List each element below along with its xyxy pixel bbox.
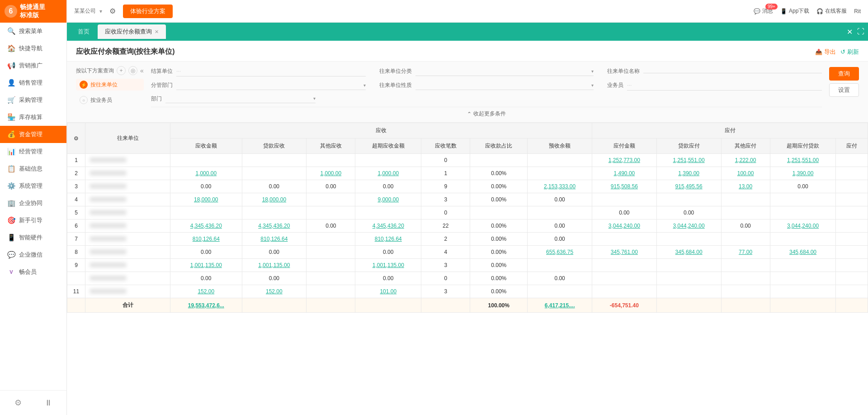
- sidebar-collapse-btn[interactable]: ⏸: [35, 395, 62, 410]
- row-overdue_ar[interactable]: 101.00: [355, 285, 421, 298]
- tab-expand-icon[interactable]: ⛶: [857, 28, 864, 36]
- app-download-button[interactable]: 📱 App下载: [780, 7, 809, 15]
- salesperson-input[interactable]: ···: [627, 80, 822, 91]
- filter-target-button[interactable]: ◎: [128, 66, 137, 75]
- row-overdue_ap[interactable]: 1,390.00: [770, 167, 836, 180]
- sidebar-item-base-info[interactable]: 📋 基础信息: [0, 160, 66, 177]
- partner-name-input[interactable]: [643, 69, 822, 73]
- tab-close-icon[interactable]: ✕: [155, 29, 159, 35]
- row-advance_bal[interactable]: 655,636.75: [528, 246, 592, 259]
- row-loan_ar[interactable]: 152.00: [242, 285, 307, 298]
- partner-nature-select[interactable]: ▾: [415, 81, 594, 90]
- table-body: 1XXXXXXXXXX01,252,773.001,251,551.001,22…: [67, 154, 868, 298]
- row-ap_amount[interactable]: 345,761.00: [592, 246, 657, 259]
- filter-add-button[interactable]: +: [117, 66, 126, 75]
- sidebar-item-marketing[interactable]: 📢 营销推广: [0, 57, 66, 74]
- header-gear-icon[interactable]: ⚙: [109, 7, 116, 15]
- dept-head-select[interactable]: ▾: [176, 81, 366, 90]
- sidebar-item-guide[interactable]: 🎯 新手引导: [0, 212, 66, 229]
- row-other_ap[interactable]: 13.00: [721, 180, 770, 193]
- row-overdue_ar[interactable]: 1,000.00: [355, 167, 421, 180]
- row-partner: XXXXXXXXXX: [85, 233, 170, 246]
- row-loan_ar[interactable]: 1,001,135.00: [242, 259, 307, 272]
- row-ar_amount[interactable]: 810,126.64: [170, 233, 242, 246]
- th-ar-count: 应收笔数: [421, 138, 470, 154]
- settings-button[interactable]: 设置: [829, 83, 859, 97]
- company-dropdown-icon[interactable]: ▾: [99, 8, 102, 14]
- total-advance-bal[interactable]: 6,417,215....: [528, 298, 592, 313]
- sidebar-settings-btn[interactable]: ⚙: [5, 395, 32, 410]
- sidebar-item-quick-nav[interactable]: 🏠 快捷导航: [0, 40, 66, 57]
- row-overdue_ap[interactable]: 3,044,240.00: [770, 219, 836, 233]
- sidebar-item-smart-hw[interactable]: 📱 智能硬件: [0, 229, 66, 246]
- row-loan_ar[interactable]: 18,000.00: [242, 193, 307, 206]
- row-ar_amount[interactable]: 1,000.00: [170, 167, 242, 180]
- row-loan_ap[interactable]: 1,251,551.00: [656, 154, 721, 167]
- row-other_ap[interactable]: 100.00: [721, 167, 770, 180]
- sidebar-item-wechat[interactable]: 💬 企业微信: [0, 246, 66, 263]
- row-ar_amount[interactable]: 152.00: [170, 285, 242, 298]
- row-overdue_ar[interactable]: 1,001,135.00: [355, 259, 421, 272]
- row-ar_amount[interactable]: 18,000.00: [170, 193, 242, 206]
- row-ap_amount[interactable]: 1,252,773.00: [592, 154, 657, 167]
- table-row: 7XXXXXXXXXX810,126.64810,126.64810,126.6…: [67, 233, 868, 246]
- logo-main: 畅捷通里: [20, 3, 45, 11]
- user-info[interactable]: Rit: [854, 8, 861, 14]
- filter-collapse-left-icon[interactable]: «: [140, 67, 144, 74]
- row-advance_bal: 0.00: [528, 193, 592, 206]
- row-other_ap[interactable]: 77.00: [721, 246, 770, 259]
- collapse-more-btn[interactable]: ⌃ 收起更多条件: [151, 107, 822, 118]
- sidebar-item-enterprise[interactable]: 🏢 企业协同: [0, 195, 66, 212]
- row-loan_ap[interactable]: 1,390.00: [656, 167, 721, 180]
- row-other_ap[interactable]: 1,222.00: [721, 154, 770, 167]
- row-overdue_ap[interactable]: 345,684.00: [770, 246, 836, 259]
- total-ar-amount[interactable]: 19,553,472,6...: [170, 298, 242, 313]
- sidebar-item-search-menu[interactable]: 🔍 搜索菜单: [0, 23, 66, 40]
- row-ar_amount[interactable]: 1,001,135.00: [170, 259, 242, 272]
- row-overdue_ap[interactable]: 1,251,551.00: [770, 154, 836, 167]
- export-button[interactable]: 📤 导出: [815, 48, 836, 56]
- row-loan_ap[interactable]: 345,684.00: [656, 246, 721, 259]
- query-button[interactable]: 查询: [829, 67, 859, 81]
- row-advance_bal: 0.00: [528, 219, 592, 233]
- row-ap_amount[interactable]: 1,490.00: [592, 167, 657, 180]
- sidebar-item-member[interactable]: V 畅会员: [0, 263, 66, 281]
- sidebar-item-purchase[interactable]: 🛒 采购管理: [0, 91, 66, 109]
- row-ap_amount[interactable]: 915,508.56: [592, 180, 657, 193]
- sidebar-item-label: 营销推广: [19, 62, 42, 70]
- sidebar-item-inventory[interactable]: 🏪 库存核算: [0, 109, 66, 126]
- filter-option-partner[interactable]: ⚡ 按往来单位: [76, 79, 144, 91]
- filter-option-salesperson[interactable]: ○ 按业务员: [76, 94, 144, 106]
- fund-icon: 💰: [7, 130, 15, 138]
- table-settings-icon-cell[interactable]: ⚙: [67, 123, 85, 154]
- refresh-button[interactable]: ↺ 刷新: [840, 48, 859, 56]
- partner-category-select[interactable]: ▾: [415, 67, 594, 76]
- sidebar-item-sales[interactable]: 👤 销售管理: [0, 74, 66, 91]
- department-select[interactable]: ▾: [165, 94, 316, 103]
- message-button[interactable]: 💬 消息 99+: [754, 7, 773, 15]
- row-overdue_ar[interactable]: 810,126.64: [355, 233, 421, 246]
- row-advance_bal[interactable]: 2,153,333.00: [528, 180, 592, 193]
- row-loan_ap[interactable]: 3,044,240.00: [656, 219, 721, 233]
- sidebar-item-operations[interactable]: 📊 经营管理: [0, 143, 66, 160]
- row-overdue_ar[interactable]: 9,000.00: [355, 193, 421, 206]
- row-loan_ar[interactable]: 4,345,436.20: [242, 219, 307, 233]
- row-ar_amount[interactable]: 4,345,436.20: [170, 219, 242, 233]
- row-overdue_ar[interactable]: 4,345,436.20: [355, 219, 421, 233]
- table-container[interactable]: ⚙ 往来单位 应收 应付 应收金额 贷款应收 其他应收 超期应收金额 应收笔数 …: [67, 123, 868, 415]
- settlement-unit-input[interactable]: ···: [176, 66, 366, 76]
- row-other_ar[interactable]: 1,000.00: [307, 167, 355, 180]
- sidebar-item-label: 智能硬件: [19, 234, 42, 242]
- tab-ar-ap-query[interactable]: 应收应付余额查询 ✕: [98, 24, 166, 39]
- tab-close-window-icon[interactable]: ✕: [847, 28, 853, 36]
- sidebar-item-system[interactable]: ⚙️ 系统管理: [0, 177, 66, 195]
- row-loan_ar[interactable]: 810,126.64: [242, 233, 307, 246]
- top-header: 某某公司 ▾ ⚙ 体验行业方案 💬 消息 99+ 📱 App下载 🎧 在线客服 …: [67, 0, 868, 23]
- collapse-more-label: 收起更多条件: [473, 110, 506, 118]
- promo-button[interactable]: 体验行业方案: [123, 5, 173, 18]
- tab-home[interactable]: 首页: [71, 24, 97, 39]
- row-ap_amount[interactable]: 3,044,240.00: [592, 219, 657, 233]
- row-loan_ap[interactable]: 915,495.56: [656, 180, 721, 193]
- sidebar-item-fund[interactable]: 💰 资金管理: [0, 126, 66, 143]
- online-service-button[interactable]: 🎧 在线客服: [816, 7, 847, 15]
